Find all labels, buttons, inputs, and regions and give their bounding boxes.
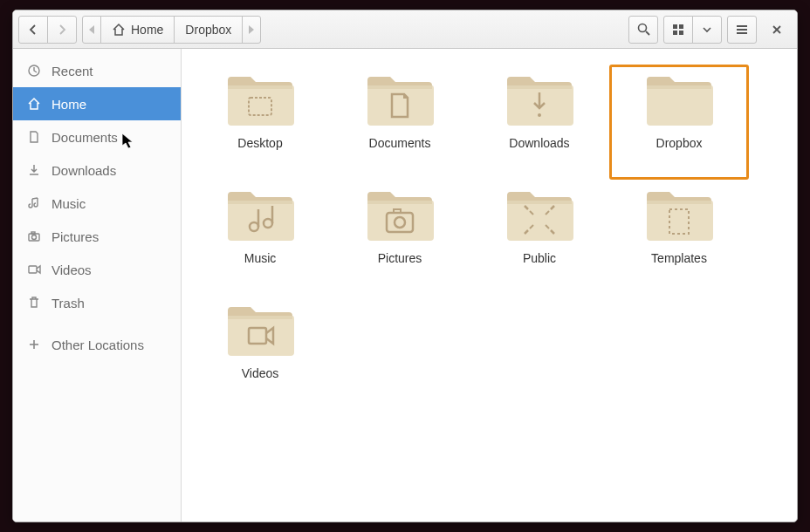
folder-icon bbox=[502, 183, 577, 246]
folder-icon bbox=[642, 68, 717, 131]
sidebar-item-label: Recent bbox=[51, 64, 93, 78]
close-button[interactable] bbox=[762, 16, 792, 44]
view-dropdown-button[interactable] bbox=[692, 16, 722, 44]
home-icon bbox=[112, 23, 126, 37]
download-icon bbox=[27, 163, 41, 177]
triangle-left-icon bbox=[88, 25, 95, 34]
path-segment-home[interactable]: Home bbox=[100, 16, 175, 44]
svg-rect-16 bbox=[29, 266, 37, 273]
sidebar-item-pictures[interactable]: Pictures bbox=[13, 220, 181, 253]
sidebar: RecentHomeDocumentsDownloadsMusicPicture… bbox=[13, 49, 182, 522]
folder-desktop[interactable]: Desktop bbox=[190, 65, 330, 180]
folder-icon bbox=[502, 68, 577, 131]
folder-icon bbox=[223, 183, 298, 246]
svg-line-12 bbox=[32, 198, 38, 199]
folder-label: Desktop bbox=[237, 136, 282, 150]
svg-line-1 bbox=[646, 31, 649, 35]
svg-rect-4 bbox=[673, 31, 677, 35]
sidebar-item-other-locations[interactable]: Other Locations bbox=[13, 328, 181, 361]
svg-point-20 bbox=[538, 113, 541, 117]
music-icon bbox=[27, 196, 41, 210]
camera-icon bbox=[27, 229, 41, 243]
folder-label: Pictures bbox=[378, 251, 422, 265]
svg-point-14 bbox=[32, 235, 37, 240]
menu-button[interactable] bbox=[727, 16, 757, 44]
chevron-down-icon bbox=[703, 26, 711, 33]
sidebar-item-label: Home bbox=[51, 97, 86, 112]
chevron-left-icon bbox=[28, 24, 38, 35]
icon-view-button[interactable] bbox=[663, 16, 693, 44]
trash-icon bbox=[27, 296, 41, 310]
path-home-label: Home bbox=[131, 23, 163, 37]
folder-icon bbox=[223, 298, 298, 361]
svg-point-0 bbox=[638, 24, 646, 32]
sidebar-item-label: Pictures bbox=[51, 229, 99, 244]
mouse-cursor bbox=[121, 133, 135, 153]
clock-icon bbox=[27, 64, 41, 78]
sidebar-item-label: Videos bbox=[51, 263, 92, 277]
view-button-group bbox=[663, 16, 722, 44]
document-icon bbox=[27, 130, 41, 144]
folder-label: Dropbox bbox=[656, 136, 703, 150]
sidebar-item-trash[interactable]: Trash bbox=[13, 286, 181, 319]
video-icon bbox=[27, 263, 41, 276]
sidebar-item-label: Other Locations bbox=[51, 338, 144, 352]
folder-icon bbox=[642, 183, 717, 246]
hamburger-icon bbox=[736, 24, 748, 35]
content-grid[interactable]: Desktop Documents Downloads Dropbox Musi… bbox=[182, 49, 797, 522]
folder-label: Documents bbox=[369, 136, 431, 150]
sidebar-item-home[interactable]: Home bbox=[13, 87, 181, 120]
folder-label: Videos bbox=[242, 366, 279, 380]
triangle-right-icon bbox=[248, 25, 255, 34]
toolbar: Home Dropbox bbox=[13, 10, 797, 49]
path-segment-current[interactable]: Dropbox bbox=[174, 16, 243, 44]
forward-button[interactable] bbox=[47, 16, 77, 44]
path-next-button[interactable] bbox=[242, 16, 261, 44]
folder-music[interactable]: Music bbox=[190, 180, 330, 295]
folder-label: Templates bbox=[651, 251, 707, 265]
path-bar: Home Dropbox bbox=[82, 16, 261, 44]
svg-rect-2 bbox=[673, 24, 677, 29]
folder-pictures[interactable]: Pictures bbox=[330, 180, 470, 295]
back-button[interactable] bbox=[18, 16, 48, 44]
folder-label: Public bbox=[523, 251, 556, 265]
file-manager-window: Home Dropbox RecentH bbox=[12, 10, 798, 522]
folder-label: Downloads bbox=[509, 136, 569, 150]
sidebar-item-documents[interactable]: Documents bbox=[13, 120, 181, 153]
window-body: RecentHomeDocumentsDownloadsMusicPicture… bbox=[13, 49, 797, 522]
sidebar-item-videos[interactable]: Videos bbox=[13, 253, 181, 286]
svg-rect-3 bbox=[679, 24, 683, 29]
sidebar-item-downloads[interactable]: Downloads bbox=[13, 153, 181, 187]
folder-public[interactable]: Public bbox=[470, 180, 609, 295]
folder-dropbox[interactable]: Dropbox bbox=[609, 65, 749, 180]
close-icon bbox=[772, 24, 782, 35]
sidebar-item-music[interactable]: Music bbox=[13, 187, 181, 220]
plus-icon bbox=[27, 338, 41, 351]
folder-templates[interactable]: Templates bbox=[609, 180, 749, 295]
sidebar-item-label: Music bbox=[51, 196, 86, 211]
folder-icon bbox=[362, 183, 437, 246]
sidebar-item-label: Trash bbox=[51, 296, 85, 310]
sidebar-item-label: Documents bbox=[51, 130, 118, 145]
folder-documents[interactable]: Documents bbox=[330, 65, 470, 180]
folder-icon bbox=[362, 68, 437, 131]
chevron-right-icon bbox=[57, 24, 67, 35]
folder-videos[interactable]: Videos bbox=[190, 295, 330, 410]
svg-rect-5 bbox=[679, 31, 683, 35]
home-icon bbox=[27, 97, 41, 111]
nav-button-group bbox=[18, 16, 77, 44]
path-current-label: Dropbox bbox=[185, 23, 231, 37]
folder-icon bbox=[223, 68, 298, 131]
svg-rect-15 bbox=[31, 232, 35, 234]
search-button[interactable] bbox=[628, 16, 658, 44]
sidebar-item-recent[interactable]: Recent bbox=[13, 54, 181, 87]
folder-downloads[interactable]: Downloads bbox=[470, 65, 609, 180]
path-prev-button[interactable] bbox=[82, 16, 101, 44]
grid-icon bbox=[672, 24, 684, 36]
search-icon bbox=[637, 23, 650, 36]
folder-label: Music bbox=[244, 251, 277, 265]
sidebar-item-label: Downloads bbox=[51, 163, 116, 178]
